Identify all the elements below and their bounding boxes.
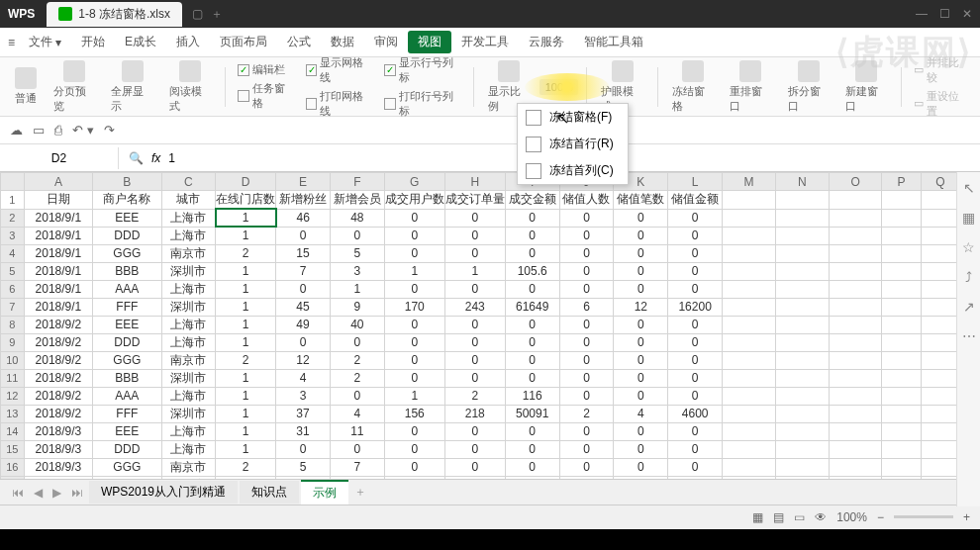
cell[interactable]: 0 (559, 244, 614, 262)
cell[interactable]: 45 (276, 298, 331, 316)
cell[interactable] (723, 280, 776, 298)
share2-icon[interactable]: ↗ (963, 299, 975, 315)
save-icon[interactable]: ☁ (10, 123, 23, 138)
cell[interactable]: 2018/9/3 (24, 458, 92, 476)
cell[interactable] (921, 440, 959, 458)
cell[interactable]: 0 (559, 458, 614, 476)
star-icon[interactable]: ☆ (962, 239, 975, 255)
zoom-in-button[interactable]: + (963, 510, 970, 524)
freeze-first-row-item[interactable]: 冻结首行(R) (518, 131, 628, 157)
sheet-tab-2[interactable]: 知识点 (240, 481, 299, 504)
spreadsheet-grid[interactable]: ABCDEFGHIJKLMNOPQ1日期商户名称城市在线门店数新增粉丝新增会员成… (0, 172, 980, 479)
menu-insert[interactable]: 插入 (166, 31, 210, 53)
cell[interactable] (829, 458, 882, 476)
share-icon[interactable]: ⤴ (965, 269, 972, 285)
cell[interactable]: 0 (330, 333, 384, 351)
header-cell[interactable]: 新增会员 (330, 191, 384, 210)
cell[interactable]: 0 (559, 422, 614, 440)
cell[interactable]: 0 (668, 369, 723, 387)
cell[interactable]: 50091 (505, 405, 559, 422)
cell[interactable]: 0 (384, 209, 444, 227)
col-header[interactable]: A (24, 173, 92, 191)
cell[interactable]: 深圳市 (161, 476, 216, 479)
more-icon[interactable]: ⋯ (962, 328, 976, 344)
cell[interactable]: 0 (384, 227, 444, 244)
row-number[interactable]: 2 (1, 209, 25, 227)
menu-egrow[interactable]: E成长 (115, 31, 166, 53)
cell[interactable]: 深圳市 (161, 298, 216, 316)
menu-layout[interactable]: 页面布局 (210, 31, 277, 53)
cell[interactable] (775, 440, 829, 458)
cell[interactable]: 0 (384, 422, 444, 440)
cell[interactable]: 0 (330, 476, 384, 479)
cell[interactable]: 深圳市 (161, 262, 216, 280)
cell[interactable]: 5 (330, 244, 384, 262)
menu-formula[interactable]: 公式 (277, 31, 321, 53)
cell[interactable]: 上海市 (161, 333, 216, 351)
cell[interactable]: 15 (276, 244, 331, 262)
col-header[interactable]: G (384, 173, 444, 191)
cell[interactable] (882, 369, 921, 387)
cell[interactable]: 2018/9/2 (24, 369, 92, 387)
row-number[interactable]: 13 (1, 405, 25, 422)
cell[interactable] (829, 244, 882, 262)
cell[interactable]: 1 (216, 440, 276, 458)
cell[interactable]: 49 (276, 316, 331, 333)
cell[interactable]: 0 (505, 280, 559, 298)
cell[interactable] (775, 458, 829, 476)
cell[interactable]: 0 (614, 387, 668, 405)
cell[interactable]: 0 (559, 333, 614, 351)
cell[interactable] (921, 227, 959, 244)
cell[interactable] (829, 333, 882, 351)
header-cell[interactable]: 储值笔数 (614, 191, 668, 210)
cell[interactable]: 0 (444, 209, 505, 227)
cell[interactable] (882, 458, 921, 476)
read-mode-button[interactable]: 阅读模式 (163, 56, 217, 118)
row-number[interactable]: 17 (1, 476, 25, 479)
cell[interactable]: 37 (276, 405, 331, 422)
col-header[interactable]: E (276, 173, 331, 191)
cell[interactable]: 4 (276, 369, 331, 387)
row-number[interactable]: 16 (1, 458, 25, 476)
header-cell[interactable] (882, 191, 921, 210)
cell[interactable]: 4600 (668, 405, 723, 422)
cell[interactable] (775, 369, 829, 387)
cell[interactable]: 0 (444, 227, 505, 244)
cell[interactable]: 0 (276, 227, 331, 244)
cell[interactable]: 2018/9/1 (24, 227, 92, 244)
cell[interactable] (921, 244, 959, 262)
cell[interactable]: 2018/9/3 (24, 440, 92, 458)
cell[interactable]: 2018/9/1 (24, 244, 92, 262)
cell[interactable]: 0 (614, 440, 668, 458)
cell[interactable]: 0 (330, 387, 384, 405)
row-number[interactable]: 9 (1, 333, 25, 351)
cell[interactable] (723, 476, 776, 479)
search-icon[interactable]: 🔍 (129, 151, 144, 165)
cell[interactable] (882, 298, 921, 316)
cell[interactable]: EEE (93, 316, 161, 333)
row-number[interactable]: 14 (1, 422, 25, 440)
cell[interactable] (921, 405, 959, 422)
row-number[interactable]: 12 (1, 387, 25, 405)
cell[interactable] (882, 440, 921, 458)
cell[interactable]: 61649 (505, 298, 559, 316)
header-cell[interactable]: 在线门店数 (216, 191, 276, 210)
freeze-first-col-item[interactable]: 冻结首列(C) (518, 157, 628, 184)
print-grid-checkbox[interactable]: 打印网格线 (302, 88, 376, 120)
cell[interactable]: 0 (668, 316, 723, 333)
new-window-button[interactable]: 新建窗口 (839, 56, 893, 118)
cell[interactable]: 0 (668, 262, 723, 280)
cell[interactable]: 0 (668, 351, 723, 369)
cell[interactable]: AAA (93, 280, 161, 298)
fullscreen-button[interactable]: 全屏显示 (105, 56, 158, 118)
cell[interactable] (882, 262, 921, 280)
cell[interactable]: 0 (614, 369, 668, 387)
cell[interactable]: 0 (276, 333, 331, 351)
cell[interactable]: 4 (614, 405, 668, 422)
cell[interactable] (882, 351, 921, 369)
cell[interactable]: 0 (505, 458, 559, 476)
cell[interactable] (775, 316, 829, 333)
cell[interactable]: 0 (668, 227, 723, 244)
cell[interactable]: DDD (93, 227, 161, 244)
cell[interactable] (921, 369, 959, 387)
